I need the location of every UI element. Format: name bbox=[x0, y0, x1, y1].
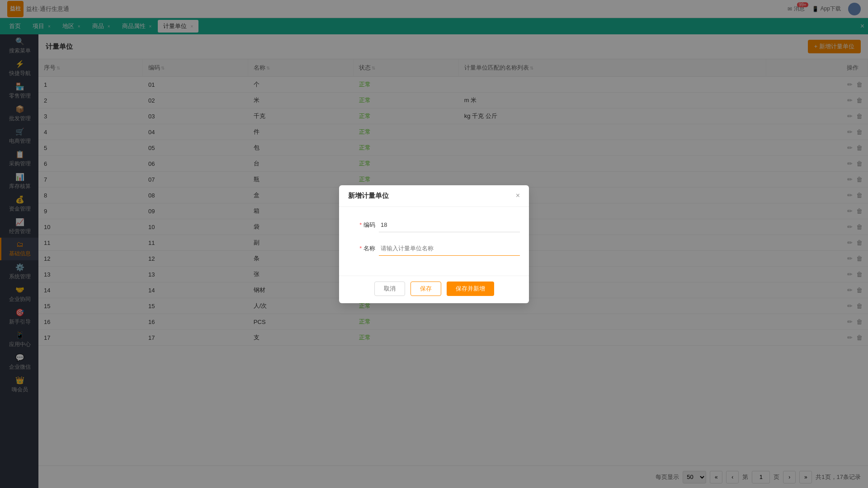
dialog-body: * 编码 * 名称 bbox=[339, 207, 529, 276]
code-label: * 编码 bbox=[348, 221, 375, 229]
cancel-button[interactable]: 取消 bbox=[374, 282, 405, 296]
save-button[interactable]: 保存 bbox=[410, 282, 441, 296]
dialog-footer: 取消 保存 保存并新增 bbox=[339, 276, 529, 303]
dialog-title: 新增计量单位 bbox=[348, 192, 389, 200]
add-unit-dialog: 新增计量单位 × * 编码 * 名称 取消 保存 保存并新增 bbox=[339, 185, 529, 303]
dialog-header: 新增计量单位 × bbox=[339, 185, 529, 207]
name-required-mark: * bbox=[359, 245, 362, 252]
name-label: * 名称 bbox=[348, 244, 375, 253]
name-input[interactable] bbox=[379, 241, 520, 256]
code-form-row: * 编码 bbox=[348, 218, 520, 232]
dialog-overlay: 新增计量单位 × * 编码 * 名称 取消 保存 保存并新增 bbox=[0, 0, 868, 488]
name-form-row: * 名称 bbox=[348, 241, 520, 256]
save-and-new-button[interactable]: 保存并新增 bbox=[447, 282, 494, 296]
code-required-mark: * bbox=[359, 221, 362, 228]
dialog-close-button[interactable]: × bbox=[516, 192, 520, 200]
code-input[interactable] bbox=[379, 218, 520, 232]
